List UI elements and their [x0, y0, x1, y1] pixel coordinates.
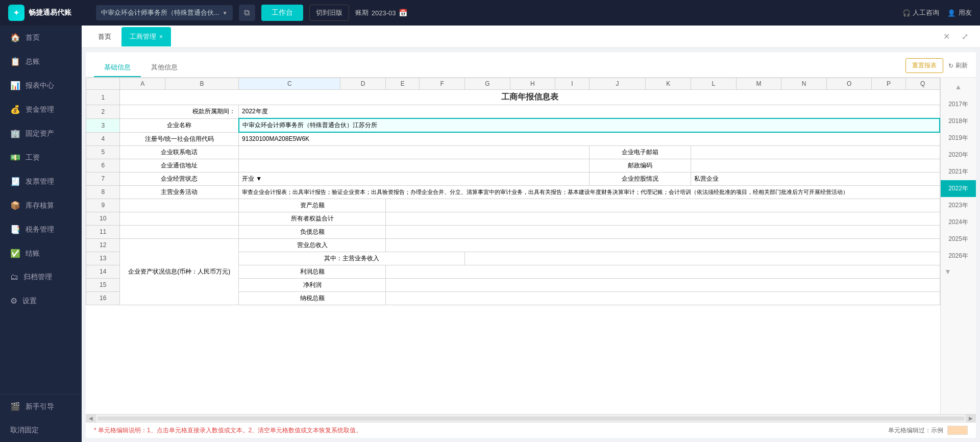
consultation-icon: 🎧: [902, 9, 911, 17]
sidebar-item-unpin[interactable]: 取消固定: [0, 419, 82, 442]
row-num-8: 8: [86, 185, 120, 199]
cell-company-value[interactable]: 中审众环会计师事务所（特殊普通合伙）江苏分所: [239, 118, 940, 132]
col-header-n: N: [781, 78, 827, 90]
workbench-button[interactable]: 工作台: [261, 5, 303, 21]
tab-home[interactable]: 首页: [90, 27, 119, 46]
main-layout: 🏠 首页 📋 总账 📊 报表中心 💰 资金管理 🏢 固定资产 💵 工资 🧾 发票…: [0, 26, 980, 442]
consultation-button[interactable]: 🎧 人工咨询: [902, 8, 939, 17]
logo-area: ✦ 畅捷通易代账: [8, 5, 90, 21]
old-version-button[interactable]: 切到旧版: [309, 5, 349, 21]
sidebar-item-archive[interactable]: 🗂 归档管理: [0, 265, 82, 289]
table-row: 5 企业联系电话 企业电子邮箱: [86, 145, 940, 159]
cell-revenue-value[interactable]: [385, 238, 940, 252]
window-close-button[interactable]: ✕: [939, 30, 953, 44]
company-selector[interactable]: 中审众环会计师事务所（特殊普通合伙... ▼: [96, 5, 233, 20]
copy-icon[interactable]: ⧉: [239, 5, 255, 21]
sidebar-item-settle[interactable]: ✅ 结账: [0, 241, 82, 265]
scroll-track[interactable]: [97, 416, 965, 421]
year-item-2022[interactable]: 2022年: [941, 180, 976, 197]
cell-main-revenue-value[interactable]: [465, 252, 940, 265]
table-row: 1 工商年报信息表: [86, 90, 940, 105]
cell-address-value[interactable]: [239, 159, 590, 172]
sidebar-label-report: 报表中心: [26, 81, 54, 90]
user-area[interactable]: 👤 用友: [947, 8, 972, 17]
refresh-button[interactable]: ↻ 刷新: [948, 61, 968, 70]
sidebar-item-home[interactable]: 🏠 首页: [0, 26, 82, 50]
window-expand-button[interactable]: ⤢: [958, 30, 972, 44]
sidebar-item-salary[interactable]: 💵 工资: [0, 145, 82, 169]
year-item-2026[interactable]: 2026年: [941, 248, 976, 264]
year-item-2017[interactable]: 2017年: [941, 96, 976, 113]
cell-assets-value[interactable]: [385, 199, 940, 212]
cell-net-profit-value[interactable]: [385, 278, 940, 291]
year-nav-up-button[interactable]: ▲: [951, 80, 966, 94]
cell-title[interactable]: 工商年报信息表: [120, 90, 940, 105]
calendar-icon[interactable]: 📅: [399, 9, 407, 17]
sub-tab-basic[interactable]: 基础信息: [94, 59, 141, 77]
spreadsheet-main[interactable]: A B C D E F G H I J K L: [86, 78, 940, 414]
cell-regnum-label: 注册号/统一社会信用代码: [120, 132, 239, 145]
row-num-15: 15: [86, 278, 120, 291]
guide-icon: 🎬: [10, 402, 20, 411]
bottom-bar: * 单元格编辑说明：1、点击单元格直接录入数值或文本。2、清空单元格数值或文本恢…: [86, 422, 976, 438]
sidebar-item-tax[interactable]: 📑 税务管理: [0, 217, 82, 241]
archive-icon: 🗂: [10, 273, 18, 282]
table-row: 10 所有者权益合计: [86, 212, 940, 225]
year-item-2020[interactable]: 2020年: [941, 146, 976, 163]
cell-profit-value[interactable]: [385, 265, 940, 278]
sidebar-item-guide[interactable]: 🎬 新手引导: [0, 395, 82, 419]
sidebar-item-ledger[interactable]: 📋 总账: [0, 50, 82, 73]
tax-icon: 📑: [10, 225, 20, 234]
settle-icon: ✅: [10, 249, 20, 258]
sidebar-label-settings: 设置: [22, 297, 37, 306]
year-item-2025[interactable]: 2025年: [941, 231, 976, 248]
cell-tax-total-value[interactable]: [385, 291, 940, 305]
user-label: 用友: [959, 8, 972, 17]
col-header-b: B: [165, 78, 239, 90]
cell-equity-value[interactable]: [385, 212, 940, 225]
col-header-g: G: [465, 78, 510, 90]
scroll-right-button[interactable]: ▶: [966, 414, 976, 423]
cell-edit-hint: * 单元格编辑说明：1、点击单元格直接录入数值或文本。2、清空单元格数值或文本恢…: [94, 426, 362, 435]
reset-report-button[interactable]: 重置报表: [905, 58, 943, 73]
cell-control-value[interactable]: 私营企业: [691, 172, 940, 185]
sidebar-item-finance[interactable]: 💰 资金管理: [0, 97, 82, 121]
year-nav-down-button[interactable]: ▼: [941, 264, 955, 279]
year-item-2021[interactable]: 2021年: [941, 163, 976, 180]
sidebar-item-assets[interactable]: 🏢 固定资产: [0, 121, 82, 145]
tab-business-management[interactable]: 工商管理 ×: [121, 27, 171, 46]
tab-business-label: 工商管理: [130, 32, 156, 41]
sidebar-item-report[interactable]: 📊 报表中心: [0, 73, 82, 97]
cell-phone-value[interactable]: [239, 145, 590, 159]
sidebar-label-settle: 结账: [26, 249, 40, 258]
sub-tab-other[interactable]: 其他信息: [141, 59, 188, 77]
tab-close-icon[interactable]: ×: [159, 33, 163, 40]
cell-email-value[interactable]: [691, 145, 940, 159]
home-icon: 🏠: [10, 33, 20, 42]
scroll-left-button[interactable]: ◀: [86, 414, 96, 423]
right-panel-top: ▲: [941, 78, 976, 96]
cell-liab-value[interactable]: [385, 225, 940, 238]
col-header-f: F: [420, 78, 465, 90]
cell-tax-period-value[interactable]: 2022年度: [239, 105, 940, 119]
year-item-2023[interactable]: 2023年: [941, 197, 976, 214]
invoice-icon: 🧾: [10, 177, 20, 186]
year-item-2024[interactable]: 2024年: [941, 214, 976, 231]
cell-revenue-label: 营业总收入: [239, 238, 386, 252]
cell-postal-value[interactable]: [691, 159, 940, 172]
sidebar-item-inventory[interactable]: 📦 库存核算: [0, 193, 82, 217]
col-header-c: C: [239, 78, 340, 90]
ledger-icon: 📋: [10, 57, 20, 66]
cell-assets-group: [120, 199, 239, 212]
year-item-2018[interactable]: 2018年: [941, 113, 976, 130]
cell-regnum-value[interactable]: 91320100MA208E5W6K: [239, 132, 940, 145]
col-header-o: O: [826, 78, 872, 90]
cell-business-value[interactable]: 审查企业会计报表；出具审计报告；验证企业资本；出具验资报告；办理企业合并、分立、…: [239, 185, 940, 199]
year-item-2019[interactable]: 2019年: [941, 130, 976, 146]
tab-bar: 首页 工商管理 × ✕ ⤢: [82, 26, 980, 48]
sidebar-item-invoice[interactable]: 🧾 发票管理: [0, 169, 82, 193]
cell-net-profit-label: 净利润: [239, 278, 386, 291]
sidebar-item-settings[interactable]: ⚙ 设置: [0, 289, 82, 313]
bottom-scroll[interactable]: ◀ ▶: [86, 414, 976, 422]
cell-status-value[interactable]: 开业 ▼: [239, 172, 590, 185]
